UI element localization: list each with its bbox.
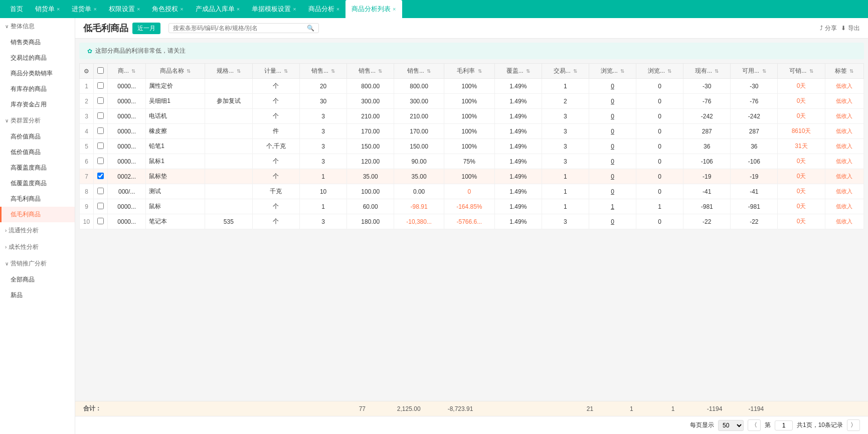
nav-item-product-analysis-list[interactable]: 商品分析列表 ×	[345, 0, 402, 18]
sidebar-item-high-coverage[interactable]: 高覆盖度商品	[0, 160, 75, 176]
cell-view1[interactable]: 1	[589, 199, 636, 214]
col-view2[interactable]: 浏览... ⇅	[636, 64, 683, 79]
cell-checkbox[interactable]	[94, 139, 108, 154]
cell-view1[interactable]: 0	[589, 94, 636, 109]
sidebar-item-new-goods[interactable]: 新品	[0, 287, 75, 303]
close-product-analysis-list-icon[interactable]: ×	[393, 6, 396, 12]
sort-spec-icon[interactable]: ⇅	[237, 68, 241, 74]
row-checkbox[interactable]	[97, 112, 104, 119]
col-margin[interactable]: 毛利率 ⇅	[444, 64, 494, 79]
sort-unit-icon[interactable]: ⇅	[284, 68, 288, 74]
close-roles-icon[interactable]: ×	[180, 6, 183, 12]
cell-checkbox[interactable]	[94, 79, 108, 94]
nav-item-product-inbound[interactable]: 产成品入库单 ×	[190, 0, 246, 18]
sort-trade-icon[interactable]: ⇅	[573, 68, 577, 74]
col-sales3[interactable]: 销售... ⇅	[394, 64, 444, 79]
cell-checkbox[interactable]	[94, 169, 108, 184]
cell-name[interactable]: 吴细细1	[146, 94, 205, 109]
sidebar-item-high-margin[interactable]: 高毛利商品	[0, 191, 75, 207]
sort-stock1-icon[interactable]: ⇅	[715, 68, 719, 74]
table-row[interactable]: 1 0000... 属性定价 个 20 800.00 800.00 100% 1…	[80, 79, 864, 94]
cell-checkbox[interactable]	[94, 94, 108, 109]
cell-name[interactable]: 鼠标	[146, 199, 205, 214]
cell-name[interactable]: 属性定价	[146, 79, 205, 94]
row-checkbox[interactable]	[97, 97, 104, 104]
cell-checkbox[interactable]	[94, 199, 108, 214]
cell-name[interactable]: 笔记本	[146, 214, 205, 229]
cell-checkbox[interactable]	[94, 214, 108, 229]
table-row[interactable]: 9 0000... 鼠标 个 1 60.00 -98.91 -164.85% 1…	[80, 199, 864, 214]
cell-view1[interactable]: 0	[589, 109, 636, 124]
sidebar-group-cluster[interactable]: ∨ 类群置分析	[0, 112, 75, 129]
sidebar-item-category-rate[interactable]: 商品分类助销率	[0, 66, 75, 81]
row-checkbox[interactable]	[97, 188, 104, 194]
close-product-analysis-icon[interactable]: ×	[336, 6, 339, 12]
settings-icon[interactable]: ⚙	[84, 68, 89, 75]
sidebar-item-capital[interactable]: 库存资金占用	[0, 97, 75, 112]
col-unit[interactable]: 计量... ⇅	[252, 64, 299, 79]
view1-link[interactable]: 0	[611, 158, 614, 165]
row-checkbox[interactable]	[97, 173, 104, 179]
table-row[interactable]: 6 0000... 鼠标1 个 3 120.00 90.00 75% 1.49%…	[80, 154, 864, 169]
close-sales-icon[interactable]: ×	[57, 6, 60, 12]
row-checkbox[interactable]	[97, 82, 104, 89]
row-checkbox[interactable]	[97, 158, 104, 164]
close-permissions-icon[interactable]: ×	[137, 6, 140, 12]
sidebar-item-high-value[interactable]: 高价值商品	[0, 129, 75, 144]
per-page-select[interactable]: 50 100	[718, 420, 744, 431]
search-input[interactable]	[173, 25, 307, 32]
sidebar-item-traded-goods[interactable]: 交易过的商品	[0, 50, 75, 66]
view1-link[interactable]: 0	[611, 173, 614, 180]
sort-view2-icon[interactable]: ⇅	[667, 68, 671, 74]
cell-name[interactable]: 鼠标1	[146, 154, 205, 169]
cell-view1[interactable]: 0	[589, 169, 636, 184]
cell-settings[interactable]: 1	[80, 79, 94, 94]
table-row[interactable]: 10 0000... 笔记本 535 个 3 180.00 -10,380...…	[80, 214, 864, 229]
cell-view1[interactable]: 0	[589, 214, 636, 229]
sidebar-group-growth[interactable]: › 成长性分析	[0, 239, 75, 255]
col-coverage[interactable]: 覆盖... ⇅	[494, 64, 542, 79]
col-stock2[interactable]: 可用... ⇅	[731, 64, 778, 79]
export-button[interactable]: ⬇ 导出	[841, 24, 860, 33]
col-stock3[interactable]: 可销... ⇅	[778, 64, 825, 79]
cell-name[interactable]: 鼠标垫	[146, 169, 205, 184]
nav-item-template[interactable]: 单据模板设置 ×	[246, 0, 302, 18]
sort-sales1-icon[interactable]: ⇅	[331, 68, 335, 74]
view1-link[interactable]: 0	[611, 98, 614, 105]
sort-view1-icon[interactable]: ⇅	[620, 68, 624, 74]
nav-item-permissions[interactable]: 权限设置 ×	[103, 0, 146, 18]
row-checkbox[interactable]	[97, 142, 104, 149]
sort-stock3-icon[interactable]: ⇅	[809, 68, 813, 74]
view1-link[interactable]: 0	[611, 83, 614, 90]
cell-checkbox[interactable]	[94, 124, 108, 139]
table-row[interactable]: 7 0002... 鼠标垫 个 1 35.00 35.00 100% 1.49%…	[80, 169, 864, 184]
sort-stock2-icon[interactable]: ⇅	[762, 68, 766, 74]
cell-checkbox[interactable]	[94, 154, 108, 169]
table-row[interactable]: 4 0000... 橡皮擦 件 3 170.00 170.00 100% 1.4…	[80, 124, 864, 139]
view1-link[interactable]: 0	[611, 113, 614, 120]
sort-code-icon[interactable]: ⇅	[131, 68, 135, 74]
sort-coverage-icon[interactable]: ⇅	[526, 68, 530, 74]
cell-checkbox[interactable]	[94, 184, 108, 199]
col-sales1[interactable]: 销售... ⇅	[300, 64, 347, 79]
close-product-inbound-icon[interactable]: ×	[237, 6, 240, 12]
cell-view1[interactable]: 0	[589, 139, 636, 154]
sort-sales3-icon[interactable]: ⇅	[427, 68, 431, 74]
view1-link[interactable]: 0	[611, 218, 614, 225]
nav-item-home[interactable]: 首页	[4, 0, 29, 18]
row-checkbox[interactable]	[97, 127, 104, 134]
col-tag[interactable]: 标签 ⇅	[825, 64, 863, 79]
prev-page-button[interactable]: 〈	[748, 419, 761, 431]
col-sales2[interactable]: 销售... ⇅	[347, 64, 394, 79]
sidebar-group-flow[interactable]: › 流通性分析	[0, 222, 75, 239]
cell-settings[interactable]: 10	[80, 214, 94, 229]
col-stock1[interactable]: 现有... ⇅	[683, 64, 731, 79]
cell-name[interactable]: 电话机	[146, 109, 205, 124]
col-view1[interactable]: 浏览... ⇅	[589, 64, 636, 79]
cell-settings[interactable]: 9	[80, 199, 94, 214]
next-page-button[interactable]: 〉	[847, 419, 860, 431]
cell-view1[interactable]: 0	[589, 184, 636, 199]
col-name[interactable]: 商品名称 ⇅	[146, 64, 205, 79]
sidebar-item-in-stock[interactable]: 有库存的商品	[0, 81, 75, 97]
share-button[interactable]: ⤴ 分享	[820, 24, 837, 33]
